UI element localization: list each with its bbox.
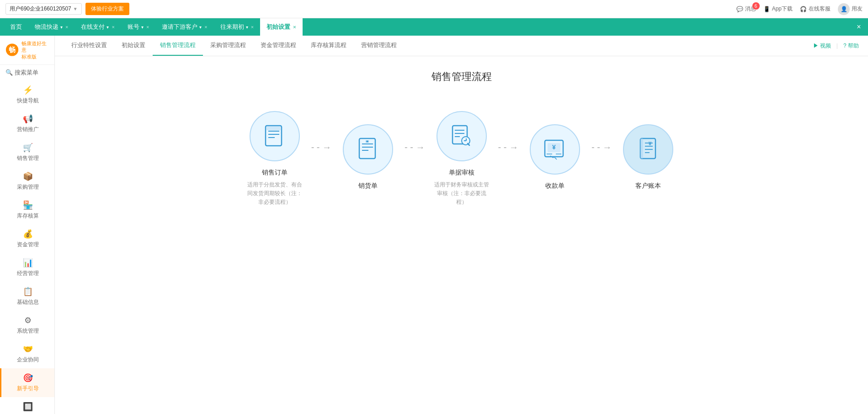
svg-text:畅: 畅 [9, 46, 16, 53]
apps-icon: 🔲 [23, 402, 33, 412]
tab-logistics-label: 物流快递 [35, 23, 59, 31]
tab-logistics[interactable]: 物流快递 ▾ × [28, 18, 75, 36]
sub-tabs: 行业特性设置 初始设置 销售管理流程 采购管理流程 资金管理流程 库存核算流程 … [55, 36, 868, 56]
nav-close-btn[interactable]: × [853, 21, 864, 32]
chevron-down-icon: ▾ [107, 25, 109, 30]
subtab-initial[interactable]: 初始设置 [114, 36, 153, 56]
close-icon[interactable]: × [204, 24, 207, 30]
close-icon[interactable]: × [146, 24, 149, 30]
chart-icon: 📊 [23, 258, 33, 268]
sidebar-item-quick-nav[interactable]: ⚡ 快捷导航 [0, 80, 54, 109]
tab-account-label: 账号 [128, 23, 139, 31]
store-icon: 🏪 [23, 200, 33, 210]
sidebar-item-inventory[interactable]: 🏪 库存核算 [0, 196, 54, 224]
user-label: 用户690企业1660120507 [10, 5, 71, 13]
tab-initial-setup[interactable]: 初始设置 × [260, 18, 302, 36]
flow-desc-audit: 适用于财务审核或主管审核（注：非必要流程） [432, 180, 491, 207]
search-icon: 🔍 [5, 69, 13, 76]
logo-icon: 畅 [5, 42, 19, 57]
subtab-inventory-flow[interactable]: 库存核算流程 [304, 36, 354, 56]
flow-circle-audit[interactable] [437, 111, 487, 161]
flow-desc-sales-order: 适用于分批发货、有合同发货周期较长（注：非必要流程） [245, 180, 304, 207]
help-link[interactable]: ? 帮助 [843, 42, 859, 50]
receipt-icon: ¥ [542, 137, 567, 162]
flow-arrow-2: - - → [405, 142, 425, 153]
flow-label-sale-bill: 销货单 [358, 182, 378, 190]
svg-rect-26 [640, 138, 643, 159]
sale-bill-icon [356, 137, 381, 162]
flow-circle-sales-order[interactable] [250, 111, 300, 161]
svg-text:¥: ¥ [553, 143, 556, 151]
audit-icon [449, 124, 474, 149]
sidebar-item-marketing[interactable]: 📢 营销推广 [0, 109, 54, 138]
tab-invite[interactable]: 邀请下游客户 ▾ × [155, 18, 213, 36]
flow-circle-account-book[interactable]: ¥ [623, 124, 673, 175]
app-label: App下载 [772, 5, 793, 13]
flow-arrow-4: - - → [591, 142, 612, 153]
subtab-marketing-flow[interactable]: 营销管理流程 [354, 36, 404, 56]
flow-circle-sale-bill[interactable] [343, 124, 393, 175]
tab-home[interactable]: 首页 [4, 18, 28, 36]
tab-payment[interactable]: 在线支付 ▾ × [75, 18, 121, 36]
app-icon: 📱 [763, 6, 770, 12]
subtab-finance-flow[interactable]: 资金管理流程 [253, 36, 304, 56]
sidebar-item-app-center[interactable]: 🔲 应用中心 [0, 397, 54, 414]
money-icon: 💰 [23, 229, 33, 239]
sub-tab-right: ▶ 视频 | ? 帮助 [813, 42, 859, 50]
close-icon[interactable]: × [293, 24, 296, 30]
flow-step-audit: 单据审核 适用于财务审核或主管审核（注：非必要流程） [430, 111, 494, 207]
sidebar-item-system[interactable]: ⚙ 系统管理 [0, 311, 54, 340]
flow-label-audit: 单据审核 [449, 169, 474, 177]
chevron-down-icon: ▾ [199, 25, 202, 30]
close-icon[interactable]: × [112, 24, 114, 30]
flow-circle-receipt[interactable]: ¥ [530, 124, 580, 175]
service-label: 在线客服 [809, 5, 831, 13]
handshake-icon: 🤝 [23, 344, 33, 354]
tab-payment-label: 在线支付 [81, 23, 105, 31]
sidebar-item-basic-info[interactable]: 📋 基础信息 [0, 282, 54, 311]
tab-account[interactable]: 账号 ▾ × [121, 18, 155, 36]
subtab-industry[interactable]: 行业特性设置 [64, 36, 114, 56]
flow-diagram: 销售订单 适用于分批发货、有合同发货周期较长（注：非必要流程） - - → [73, 111, 850, 207]
megaphone-icon: 📢 [23, 114, 33, 124]
tab-initial-setup-label: 初始设置 [266, 23, 290, 31]
video-icon: ▶ [813, 42, 819, 49]
app-download-btn[interactable]: 📱 App下载 [763, 5, 793, 13]
sidebar-item-purchase[interactable]: 📦 采购管理 [0, 167, 54, 196]
flow-arrow-1: - - → [311, 142, 331, 153]
sidebar-item-new-user-guide[interactable]: 🎯 新手引导 [0, 368, 54, 397]
flow-arrow-3: - - → [498, 142, 518, 153]
svg-point-11 [366, 141, 368, 143]
page-content: 销售管理流程 销售订单 适用于分批发货、有合同 [55, 56, 868, 221]
chevron-down-icon: ▾ [60, 25, 63, 30]
chevron-down-icon: ▾ [246, 25, 248, 30]
close-icon[interactable]: × [65, 24, 68, 30]
content-area: 行业特性设置 初始设置 销售管理流程 采购管理流程 资金管理流程 库存核算流程 … [55, 36, 868, 414]
search-menu-btn[interactable]: 🔍 搜索菜单 [0, 65, 54, 80]
top-bar-left: 用户690企业1660120507 ▼ 体验行业方案 [5, 3, 129, 15]
user-name-label: 用友 [852, 5, 863, 13]
video-link[interactable]: ▶ 视频 [813, 42, 831, 50]
cart-icon: 🛒 [23, 143, 33, 153]
guide-icon: 🎯 [23, 373, 33, 383]
flow-step-account-book: ¥ 客户账本 [616, 124, 680, 194]
account-book-icon: ¥ [636, 137, 661, 162]
subtab-purchase-flow[interactable]: 采购管理流程 [203, 36, 253, 56]
subtab-sales-flow[interactable]: 销售管理流程 [153, 36, 203, 56]
tab-opening[interactable]: 往来期初 ▾ × [214, 18, 260, 36]
avatar: 👤 [838, 3, 850, 15]
close-icon[interactable]: × [251, 24, 254, 30]
svg-text:¥: ¥ [649, 141, 652, 146]
user-avatar-btn[interactable]: 👤 用友 [838, 3, 863, 15]
user-selector[interactable]: 用户690企业1660120507 ▼ [5, 3, 82, 15]
tab-invite-label: 邀请下游客户 [162, 23, 197, 31]
sidebar-item-sales[interactable]: 🛒 销售管理 [0, 138, 54, 167]
experience-btn[interactable]: 体验行业方案 [85, 3, 129, 15]
headset-icon: 🎧 [800, 6, 807, 12]
sidebar-item-enterprise-collab[interactable]: 🤝 企业协同 [0, 340, 54, 368]
message-btn[interactable]: 💬 消息 6 [736, 5, 756, 13]
sidebar-item-finance[interactable]: 💰 资金管理 [0, 224, 54, 253]
logo-text: 畅康道好生意 标准版 [21, 40, 49, 60]
service-btn[interactable]: 🎧 在线客服 [800, 5, 831, 13]
sidebar-item-operation[interactable]: 📊 经营管理 [0, 253, 54, 282]
